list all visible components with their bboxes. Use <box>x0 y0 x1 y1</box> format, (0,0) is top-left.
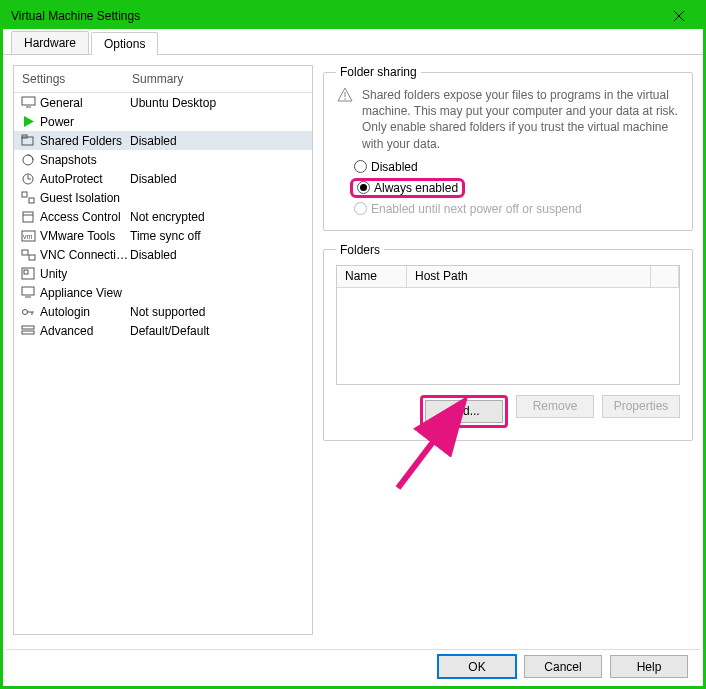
tab-options[interactable]: Options <box>91 32 158 55</box>
key-icon <box>20 305 36 319</box>
svg-rect-18 <box>29 255 35 260</box>
radio-disabled-label: Disabled <box>371 160 418 174</box>
radio-until-poweroff: Enabled until next power off or suspend <box>354 200 680 218</box>
settings-row-unity[interactable]: Unity <box>14 264 312 283</box>
settings-row-label: Autologin <box>40 305 130 319</box>
settings-row-label: Appliance View <box>40 286 130 300</box>
settings-row-label: General <box>40 96 130 110</box>
svg-rect-20 <box>24 270 28 274</box>
vnc-icon <box>20 248 36 262</box>
play-icon <box>20 115 36 129</box>
isolation-icon <box>20 191 36 205</box>
lock-icon <box>20 210 36 224</box>
svg-marker-4 <box>24 116 34 127</box>
folders-col-name[interactable]: Name <box>337 266 407 288</box>
help-button[interactable]: Help <box>610 655 688 678</box>
radio-always-enabled[interactable]: Always enabled <box>354 179 680 197</box>
titlebar: Virtual Machine Settings <box>3 3 703 29</box>
settings-row-access-control[interactable]: Access Control Not encrypted <box>14 207 312 226</box>
folders-table[interactable]: Name Host Path <box>336 265 680 385</box>
svg-text:vm: vm <box>23 233 33 240</box>
folders-group: Folders Name Host Path Add... Remove Pro… <box>323 243 693 441</box>
folders-legend: Folders <box>336 243 384 257</box>
folder-sharing-warning: Shared folders expose your files to prog… <box>362 87 680 152</box>
monitor-icon <box>20 96 36 110</box>
add-folder-button[interactable]: Add... <box>425 400 503 423</box>
radio-always-label: Always enabled <box>374 181 458 195</box>
svg-rect-27 <box>22 331 34 334</box>
folder-sharing-group: Folder sharing Shared folders expose you… <box>323 65 693 231</box>
radio-icon <box>354 202 367 215</box>
summary-header-col: Summary <box>132 72 304 86</box>
settings-row-vnc-connections[interactable]: VNC Connections Disabled <box>14 245 312 264</box>
svg-rect-13 <box>23 212 33 222</box>
annotation-highlight-add: Add... <box>420 395 508 428</box>
unity-icon <box>20 267 36 281</box>
settings-row-summary: Not encrypted <box>130 210 306 224</box>
settings-list-header: Settings Summary <box>14 66 312 93</box>
settings-row-autoprotect[interactable]: AutoProtect Disabled <box>14 169 312 188</box>
window-title: Virtual Machine Settings <box>11 9 659 23</box>
svg-rect-26 <box>22 326 34 329</box>
settings-row-summary: Disabled <box>130 248 306 262</box>
settings-list-panel: Settings Summary General Ubuntu Desktop … <box>13 65 313 635</box>
radio-disabled[interactable]: Disabled <box>354 158 680 176</box>
settings-row-summary: Disabled <box>130 172 306 186</box>
settings-row-label: AutoProtect <box>40 172 130 186</box>
settings-row-vmware-tools[interactable]: vm VMware Tools Time sync off <box>14 226 312 245</box>
settings-row-summary: Disabled <box>130 134 306 148</box>
settings-row-advanced[interactable]: Advanced Default/Default <box>14 321 312 340</box>
close-icon <box>674 11 684 21</box>
svg-rect-12 <box>29 198 34 203</box>
tab-strip: Hardware Options <box>3 29 703 55</box>
folders-col-hostpath[interactable]: Host Path <box>407 266 651 288</box>
settings-row-general[interactable]: General Ubuntu Desktop <box>14 93 312 112</box>
settings-rows: General Ubuntu Desktop Power Shared Fold… <box>14 93 312 340</box>
radio-icon <box>354 160 367 173</box>
svg-rect-2 <box>22 97 35 105</box>
folders-col-end <box>651 266 679 288</box>
shield-clock-icon <box>20 172 36 186</box>
folder-sharing-legend: Folder sharing <box>336 65 421 79</box>
settings-row-label: VNC Connections <box>40 248 130 262</box>
dialog-footer: OK Cancel Help <box>6 649 700 683</box>
folders-table-header: Name Host Path <box>337 266 679 288</box>
settings-row-label: VMware Tools <box>40 229 130 243</box>
settings-row-label: Snapshots <box>40 153 130 167</box>
settings-row-autologin[interactable]: Autologin Not supported <box>14 302 312 321</box>
close-button[interactable] <box>659 4 699 28</box>
settings-row-shared-folders[interactable]: Shared Folders Disabled <box>14 131 312 150</box>
annotation-highlight-always: Always enabled <box>350 178 465 198</box>
vmware-tools-icon: vm <box>20 229 36 243</box>
settings-row-label: Shared Folders <box>40 134 130 148</box>
snapshot-icon <box>20 153 36 167</box>
folder-share-icon <box>20 134 36 148</box>
settings-row-snapshots[interactable]: Snapshots <box>14 150 312 169</box>
settings-row-label: Power <box>40 115 130 129</box>
tab-hardware[interactable]: Hardware <box>11 31 89 54</box>
settings-row-label: Access Control <box>40 210 130 224</box>
settings-row-appliance-view[interactable]: Appliance View <box>14 283 312 302</box>
detail-panel: Folder sharing Shared folders expose you… <box>323 65 693 635</box>
content-area: Settings Summary General Ubuntu Desktop … <box>3 55 703 645</box>
svg-point-23 <box>22 309 27 314</box>
settings-row-summary: Default/Default <box>130 324 306 338</box>
settings-row-label: Advanced <box>40 324 130 338</box>
remove-folder-button: Remove <box>516 395 594 418</box>
settings-row-label: Unity <box>40 267 130 281</box>
settings-header-col: Settings <box>22 72 132 86</box>
settings-row-guest-isolation[interactable]: Guest Isolation <box>14 188 312 207</box>
ok-button[interactable]: OK <box>438 655 516 678</box>
settings-row-power[interactable]: Power <box>14 112 312 131</box>
svg-point-30 <box>344 98 346 100</box>
settings-row-summary: Not supported <box>130 305 306 319</box>
svg-rect-11 <box>22 192 27 197</box>
cancel-button[interactable]: Cancel <box>524 655 602 678</box>
advanced-icon <box>20 324 36 338</box>
radio-until-label: Enabled until next power off or suspend <box>371 202 582 216</box>
folder-properties-button: Properties <box>602 395 680 418</box>
settings-row-summary: Ubuntu Desktop <box>130 96 306 110</box>
svg-rect-21 <box>22 287 34 295</box>
radio-icon <box>357 181 370 194</box>
appliance-icon <box>20 286 36 300</box>
